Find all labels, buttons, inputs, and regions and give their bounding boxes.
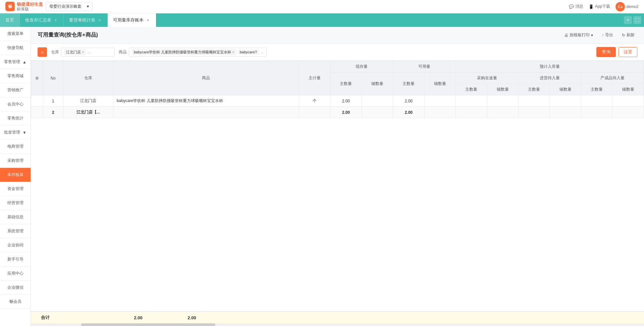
product-label: 商品 [119, 49, 127, 55]
print-arrow-icon: ▾ [591, 33, 593, 38]
row1-avail-aux [424, 95, 455, 107]
footer-avail-main: 2.00 [178, 315, 205, 320]
sidebar-item-system[interactable]: 系统管理 [0, 224, 31, 238]
tab-home[interactable]: 首页 [0, 13, 20, 27]
tab-order-stats[interactable]: 要货单统计表 × [64, 13, 108, 27]
product-filter-group: 商品 babycare学饮杯 儿童防摔防撞吸管杯重力球吸嘴杯宝宝水杯 × bab… [119, 48, 267, 57]
th-available-qty: 可用量 [393, 61, 456, 73]
warehouse-tag-1: 江北门店 × [64, 49, 86, 55]
sidebar-item-basic-info[interactable]: 基础信息 [0, 210, 31, 224]
table-row: 1 江北门店 babycare学饮杯 儿童防摔防撞吸管杯重力球吸嘴杯宝宝水杯 个… [31, 95, 644, 107]
row2-production-aux [612, 107, 644, 118]
sidebar-item-app-center[interactable]: 应用中心 [0, 267, 31, 281]
row2-no: 2 [43, 107, 63, 118]
warehouse-input[interactable]: 江北门店 × ... [61, 48, 115, 57]
sidebar-item-wechat[interactable]: 企业微信 [0, 281, 31, 295]
sidebar-item-retail-mgmt[interactable]: 零售管理 ▲ [0, 55, 31, 69]
print-btn[interactable]: 🖨 按模板打印 ▾ [561, 31, 596, 39]
th-production-aux: 辅数量 [612, 84, 644, 95]
sidebar: 搜索菜单 快捷导航 零售管理 ▲ 零售商城 营销推广 会员中心 零售统计 批发管… [0, 27, 31, 326]
settings-btn[interactable]: 设置 [619, 47, 637, 57]
row2-avail-aux [424, 107, 455, 118]
sidebar-item-operations[interactable]: 经营管理 [0, 196, 31, 210]
row2-warehouse: 江北门店【... [63, 107, 113, 118]
th-inbound-main: 主数量 [518, 84, 549, 95]
logo-icon: 畅 [5, 2, 15, 11]
row1-warehouse: 江北门店 [63, 95, 113, 107]
close-all-tabs-btn[interactable]: × [624, 16, 632, 24]
sidebar-item-enterprise[interactable]: 企业协同 [0, 238, 31, 252]
row1-current-aux [362, 95, 393, 107]
sidebar-item-newbie[interactable]: 新手引导 [0, 252, 31, 267]
product-tag-1-close[interactable]: × [232, 50, 234, 54]
sidebar-item-wholesale-mgmt[interactable]: 批发管理 ▼ [0, 126, 31, 140]
footer-current-main: 2.00 [125, 315, 152, 320]
sidebar-item-purchase[interactable]: 采购管理 [0, 154, 31, 168]
message-btn[interactable]: 💬 消息 [569, 4, 583, 9]
sidebar-item-marketing[interactable]: 营销推广 [0, 83, 31, 97]
row2-inbound-main [518, 107, 549, 118]
tab-receive-send[interactable]: 收发存汇总表 × [20, 13, 64, 27]
bottom-scrollbar[interactable] [31, 323, 644, 326]
th-purchase-main: 主数量 [456, 84, 487, 95]
message-icon: 💬 [569, 4, 574, 9]
row2-current-main: 2.00 [330, 107, 362, 118]
product-input[interactable]: babycare学饮杯 儿童防摔防撞吸管杯重力球吸嘴杯宝宝水杯 × babyca… [129, 48, 267, 57]
close-tab-inventory-book[interactable]: × [146, 18, 150, 22]
close-tab-order-stats[interactable]: × [97, 18, 102, 22]
table-footer: 合计 2.00 2.00 [31, 311, 644, 323]
warehouse-tag-close[interactable]: × [82, 50, 84, 54]
filter-toggle-btn[interactable]: » [38, 47, 47, 57]
th-settings[interactable]: ⚙ [31, 61, 43, 95]
refresh-btn[interactable]: ↻ 刷新 [619, 31, 637, 39]
page-title: 可用量查询(按仓库+商品) [38, 32, 98, 39]
sidebar-item-finance[interactable]: 资金管理 [0, 182, 31, 196]
row1-inbound-main [518, 95, 549, 107]
filter-bar: » 仓库 江北门店 × ... 商品 babycare学饮杯 儿童防摔防撞吸管杯… [31, 44, 644, 61]
warehouse-label: 仓库 [51, 49, 59, 55]
sidebar-item-search[interactable]: 搜索菜单 [0, 27, 31, 41]
scrollbar-thumb[interactable] [81, 323, 215, 326]
logo-text: 畅捷通好生意 标准版 [17, 2, 43, 12]
fullscreen-btn[interactable]: ⛶ [633, 16, 641, 24]
table-row: 2 江北门店【... 2.00 2.00 [31, 107, 644, 118]
th-avail-main: 主数量 [393, 73, 424, 95]
sidebar-item-retail-mall[interactable]: 零售商城 [0, 69, 31, 83]
th-avail-aux: 辅数量 [424, 73, 455, 95]
sidebar-item-retail-stats[interactable]: 零售统计 [0, 111, 31, 126]
content-area: 可用量查询(按仓库+商品) 🖨 按模板打印 ▾ ↑ 导出 ↻ 刷新 » [31, 27, 644, 326]
row1-product: babycare学饮杯 儿童防摔防撞吸管杯重力球吸嘴杯宝宝水杯 [113, 95, 299, 107]
user-avatar[interactable]: Ea demo2 [615, 2, 639, 11]
row1-purchase-aux [487, 95, 518, 107]
row2-purchase-main [456, 107, 487, 118]
th-product: 商品 [113, 61, 299, 95]
row1-purchase-main [456, 95, 487, 107]
avatar-img: Ea [615, 2, 625, 11]
query-btn[interactable]: 查询 [596, 47, 616, 57]
export-btn[interactable]: ↑ 导出 [599, 31, 616, 39]
row1-settings[interactable] [31, 95, 43, 107]
th-main-unit: 主计量 [299, 61, 330, 95]
row2-current-aux [362, 107, 393, 118]
row2-avail-main: 2.00 [393, 107, 424, 118]
th-warehouse: 仓库 [63, 61, 113, 95]
sidebar-item-ecommerce[interactable]: 电商管理 [0, 140, 31, 154]
sidebar-item-inventory[interactable]: 库存核算 [0, 168, 31, 182]
app-download-btn[interactable]: 📱 App下载 [589, 4, 610, 9]
main-table: ⚙ No 仓库 商品 主计量 现存量 可用量 预计入库量 主数量 辅数量 主数量… [31, 61, 644, 118]
close-tab-receive-send[interactable]: × [53, 18, 58, 22]
download-icon: 📱 [589, 4, 594, 9]
sidebar-item-member-center[interactable]: 会员中心 [0, 97, 31, 111]
warehouse-more[interactable]: ... [87, 50, 91, 54]
footer-values: 2.00 2.00 [98, 315, 637, 320]
sidebar-item-vip[interactable]: 畅会员 [0, 295, 31, 309]
industry-selector[interactable]: 母婴行业演示账套 ▾ [46, 2, 93, 11]
tab-inventory-book[interactable]: 可用量库存账本 × [108, 13, 156, 27]
th-no: No [43, 61, 63, 95]
nav-tabs-actions: × ⛶ [621, 13, 644, 27]
row2-settings[interactable] [31, 107, 43, 118]
product-more[interactable]: ... [260, 50, 264, 54]
th-current-stock: 现存量 [330, 61, 393, 73]
sidebar-item-quick-nav[interactable]: 快捷导航 [0, 41, 31, 55]
nav-tabs: 首页 收发存汇总表 × 要货单统计表 × 可用量库存账本 × × ⛶ [0, 13, 644, 27]
